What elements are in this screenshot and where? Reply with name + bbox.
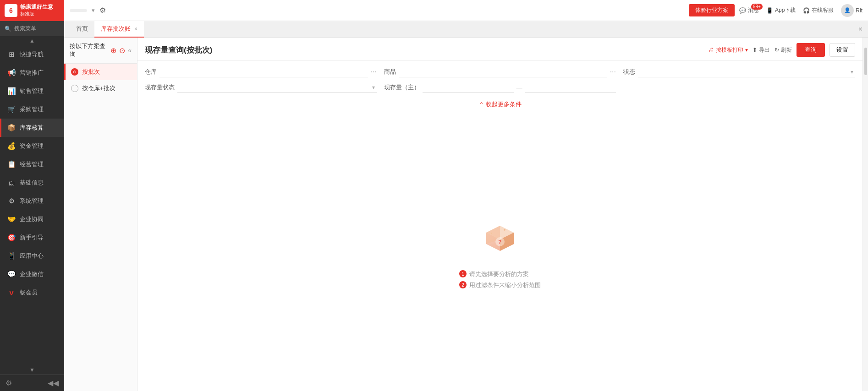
export-action[interactable]: ⬆ 导出 bbox=[753, 46, 770, 54]
quantity-dash: — bbox=[516, 84, 522, 91]
warehouse-input[interactable] bbox=[159, 66, 368, 77]
user-profile-action[interactable]: 👤 Rit bbox=[841, 4, 863, 17]
collapse-label: 收起更多条件 bbox=[486, 100, 522, 109]
export-label: 导出 bbox=[759, 46, 770, 54]
product-more-icon[interactable]: ··· bbox=[610, 68, 616, 76]
print-icon: 🖨 bbox=[709, 47, 714, 53]
sidebar: 6 畅康通好生意 标准版 🔍 搜索菜单 ▲ ⊞ 快捷导航 📢 营销推广 📊 销售… bbox=[0, 0, 64, 391]
sidebar-item-app-center[interactable]: 📱 应用中心 bbox=[0, 247, 64, 265]
app-logo: 6 bbox=[5, 4, 17, 17]
collapse-icon: ⌃ bbox=[479, 101, 484, 108]
print-action[interactable]: 🖨 按模板打印 ▾ bbox=[709, 46, 748, 54]
sidebar-footer: ⚙ ◀◀ bbox=[0, 375, 64, 391]
tip-num-1: 1 bbox=[459, 270, 467, 277]
sidebar-item-basic[interactable]: 🗂 基础信息 bbox=[0, 174, 64, 192]
sidebar-item-cooperation[interactable]: 🤝 企业协同 bbox=[0, 210, 64, 228]
customer-service-label: 在线客服 bbox=[812, 6, 834, 14]
sidebar-item-label: 系统管理 bbox=[20, 197, 44, 205]
customer-service-action[interactable]: 🎧 在线客服 bbox=[803, 6, 834, 14]
scheme-item-by-warehouse-batch[interactable]: 按仓库+批次 bbox=[64, 80, 137, 97]
sidebar-item-label: 库存核算 bbox=[20, 124, 44, 132]
right-panel: 现存量查询(按批次) 🖨 按模板打印 ▾ ⬆ 导出 ↻ 刷新 bbox=[137, 38, 863, 391]
sidebar-item-finance[interactable]: 💰 资金管理 bbox=[0, 137, 64, 155]
inventory-icon: 📦 bbox=[7, 123, 16, 132]
sidebar-item-label: 新手引导 bbox=[20, 234, 44, 242]
scheme-panel: 按以下方案查询 ⊕ ⊙ « ⊙ 按批次 按仓库+批次 bbox=[64, 38, 137, 391]
sidebar-item-purchase[interactable]: 🛒 采购管理 bbox=[0, 100, 64, 119]
page-header-actions: 🖨 按模板打印 ▾ ⬆ 导出 ↻ 刷新 查询 设置 bbox=[709, 43, 855, 57]
message-action[interactable]: 💬 消息 99+ bbox=[739, 6, 759, 14]
add-scheme-icon[interactable]: ⊕ bbox=[110, 46, 116, 55]
empty-tip-2: 2 用过滤条件来缩小分析范围 bbox=[459, 281, 541, 289]
app-name: 畅康通好生意 bbox=[20, 4, 53, 11]
filter-warehouse: 仓库 ··· bbox=[145, 66, 377, 77]
export-icon: ⬆ bbox=[753, 47, 757, 53]
print-dropdown-icon[interactable]: ▾ bbox=[745, 47, 748, 53]
app-download-label: App下载 bbox=[775, 6, 796, 14]
scheme-settings-icon[interactable]: ⊙ bbox=[119, 46, 125, 55]
sidebar-item-label: 快捷导航 bbox=[20, 50, 44, 59]
operation-icon: 📋 bbox=[7, 160, 16, 169]
sidebar-item-quick-nav[interactable]: ⊞ 快捷导航 bbox=[0, 45, 64, 64]
sidebar-scroll-down[interactable]: ▼ bbox=[0, 365, 64, 375]
tab-home[interactable]: 首页 bbox=[70, 21, 94, 38]
marketing-icon: 📢 bbox=[7, 68, 16, 77]
sidebar-item-guide[interactable]: 🎯 新手引导 bbox=[0, 228, 64, 247]
inventory-quantity-label: 现存量（主） bbox=[384, 83, 420, 92]
search-icon: 🔍 bbox=[5, 26, 11, 32]
sidebar-nav: ⊞ 快捷导航 📢 营销推广 📊 销售管理 🛒 采购管理 📦 库存核算 💰 资金管… bbox=[0, 45, 64, 365]
topbar-settings-icon[interactable]: ⚙ bbox=[99, 6, 106, 15]
refresh-label: 刷新 bbox=[781, 46, 792, 54]
tip-text-2: 用过滤条件来缩小分析范围 bbox=[469, 281, 541, 289]
right-scrollbar[interactable] bbox=[863, 38, 868, 391]
topbar: ▾ ⚙ 体验行业方案 💬 消息 99+ 📱 App下载 🎧 在线客服 👤 bbox=[64, 0, 868, 21]
warehouse-label: 仓库 bbox=[145, 68, 157, 76]
scheme-label: 按仓库+批次 bbox=[82, 84, 115, 92]
sidebar-item-member[interactable]: V 畅会员 bbox=[0, 283, 64, 302]
sidebar-item-label: 企业协同 bbox=[20, 215, 44, 223]
settings-button[interactable]: 设置 bbox=[830, 43, 855, 57]
system-icon: ⚙ bbox=[7, 196, 16, 206]
tab-close-icon[interactable]: × bbox=[134, 26, 137, 32]
sidebar-item-system[interactable]: ⚙ 系统管理 bbox=[0, 192, 64, 210]
collapse-sidebar-icon[interactable]: ◀◀ bbox=[48, 379, 59, 387]
warehouse-more-icon[interactable]: ··· bbox=[371, 68, 377, 76]
inventory-quantity-min-input[interactable] bbox=[423, 82, 514, 93]
avatar-initials: 👤 bbox=[844, 7, 851, 13]
sidebar-item-operation[interactable]: 📋 经营管理 bbox=[0, 155, 64, 174]
filter-inventory-quantity: 现存量（主） — bbox=[384, 82, 616, 93]
svg-text:*: * bbox=[491, 232, 492, 236]
app-download-action[interactable]: 📱 App下载 bbox=[766, 6, 796, 14]
tab-inventory-batch[interactable]: 库存批次账 × bbox=[94, 21, 144, 38]
trial-button[interactable]: 体验行业方案 bbox=[689, 4, 735, 16]
settings-footer-icon[interactable]: ⚙ bbox=[5, 379, 12, 387]
scheme-item-by-batch[interactable]: ⊙ 按批次 bbox=[64, 64, 137, 80]
avatar: 👤 bbox=[841, 4, 854, 17]
refresh-action[interactable]: ↻ 刷新 bbox=[775, 46, 792, 54]
breadcrumb-dropdown-icon[interactable]: ▾ bbox=[92, 7, 95, 14]
empty-illustration: ? * * bbox=[477, 219, 523, 265]
sidebar-item-label: 经营管理 bbox=[20, 160, 44, 168]
sidebar-item-label: 应用中心 bbox=[20, 252, 44, 260]
tab-panel-close-icon[interactable]: × bbox=[858, 25, 863, 33]
status-label: 状态 bbox=[623, 68, 635, 76]
inventory-quantity-max-input[interactable] bbox=[525, 82, 616, 93]
sidebar-item-inventory[interactable]: 📦 库存核算 bbox=[0, 119, 64, 137]
status-select[interactable]: 全部 启用 停用 bbox=[638, 66, 855, 77]
sidebar-search[interactable]: 🔍 搜索菜单 bbox=[0, 21, 64, 36]
sidebar-scroll-up[interactable]: ▲ bbox=[0, 36, 64, 45]
collapse-more-conditions[interactable]: ⌃ 收起更多条件 bbox=[145, 98, 855, 111]
sidebar-item-sales[interactable]: 📊 销售管理 bbox=[0, 82, 64, 100]
empty-tips: 1 请先选择要分析的方案 2 用过滤条件来缩小分析范围 bbox=[459, 270, 541, 289]
sidebar-item-marketing[interactable]: 📢 营销推广 bbox=[0, 64, 64, 82]
filter-status: 状态 全部 启用 停用 ▾ bbox=[623, 66, 855, 77]
scheme-collapse-icon[interactable]: « bbox=[128, 47, 132, 54]
sidebar-item-wechat[interactable]: 💬 企业微信 bbox=[0, 265, 64, 283]
main-area: ▾ ⚙ 体验行业方案 💬 消息 99+ 📱 App下载 🎧 在线客服 👤 bbox=[64, 0, 868, 391]
sidebar-search-label: 搜索菜单 bbox=[14, 25, 36, 33]
topbar-actions: 💬 消息 99+ 📱 App下载 🎧 在线客服 👤 Rit bbox=[739, 4, 863, 17]
scheme-dot-active: ⊙ bbox=[71, 68, 78, 76]
product-input[interactable] bbox=[399, 66, 607, 77]
inventory-status-select[interactable]: 全部 有库存 无库存 bbox=[177, 82, 377, 92]
query-button[interactable]: 查询 bbox=[797, 43, 825, 57]
